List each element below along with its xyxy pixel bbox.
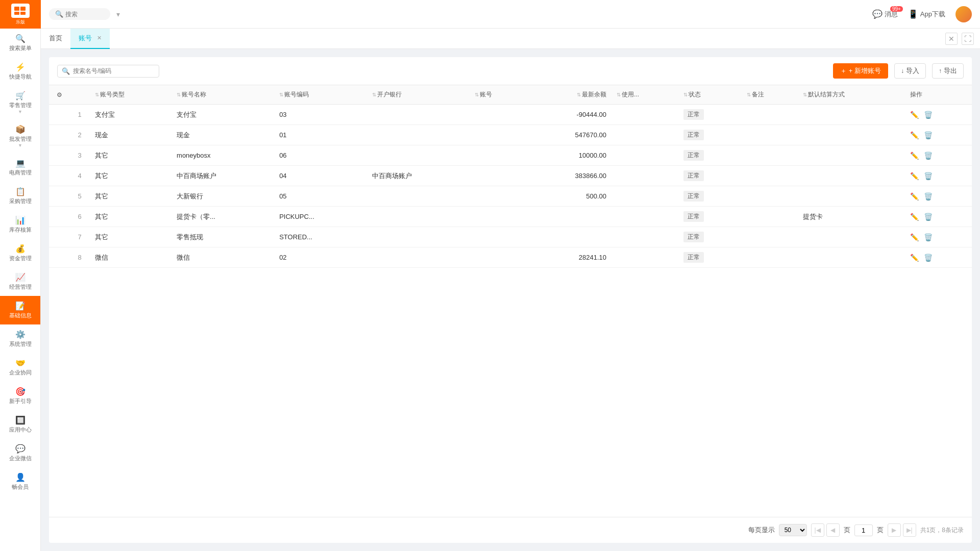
tab-close-button[interactable]: ✕ <box>945 33 958 45</box>
col-balance[interactable]: ⇅最新余额 <box>526 85 611 105</box>
tab-expand-button[interactable]: ⛶ <box>962 33 974 45</box>
header-search-wrap[interactable]: 🔍 <box>49 8 110 20</box>
table-row: 8 微信 微信 02 28241.10 正常 ✏️ 🗑️ <box>49 247 972 268</box>
sidebar-item-label: 库存核算 <box>9 226 32 234</box>
header-search-input[interactable] <box>65 11 106 18</box>
tab-actions: ✕ ⛶ <box>945 33 980 45</box>
delete-button[interactable]: 🗑️ <box>924 254 933 262</box>
col-settings[interactable]: ⚙ <box>49 85 69 105</box>
sidebar-item-wholesale[interactable]: 📦 批发管理 ▼ <box>0 119 40 153</box>
col-code[interactable]: ⇅账号编码 <box>274 85 367 105</box>
row-account <box>470 207 526 227</box>
row-code: STORED... <box>274 227 367 247</box>
app-label: App下载 <box>920 10 945 19</box>
sidebar-item-retail[interactable]: 🛒 零售管理 ▼ <box>0 86 40 119</box>
page-last-button[interactable]: ▶| <box>903 523 916 537</box>
message-icon: 💬 <box>872 9 883 19</box>
search-input[interactable] <box>73 67 155 74</box>
row-usage <box>611 166 678 186</box>
edit-button[interactable]: ✏️ <box>910 111 919 119</box>
tab-account-label: 账号 <box>79 34 92 43</box>
page-next-button[interactable]: ▶ <box>888 523 901 537</box>
sidebar-item-quick[interactable]: ⚡ 快捷导航 <box>0 57 40 86</box>
row-remark <box>742 247 798 268</box>
row-type: 支付宝 <box>90 105 172 125</box>
delete-button[interactable]: 🗑️ <box>924 233 933 241</box>
col-usage[interactable]: ⇅使用... <box>611 85 678 105</box>
sidebar-item-basic[interactable]: 📝 基础信息 <box>0 296 40 324</box>
col-name[interactable]: ⇅账号名称 <box>172 85 274 105</box>
edit-button[interactable]: ✏️ <box>910 254 919 262</box>
col-remark[interactable]: ⇅备注 <box>742 85 798 105</box>
message-button[interactable]: 💬 消息 99+ <box>872 9 898 19</box>
edit-button[interactable]: ✏️ <box>910 172 919 180</box>
page-first-button[interactable]: |◀ <box>811 523 824 537</box>
edit-button[interactable]: ✏️ <box>910 213 919 221</box>
col-actions: 操作 <box>905 85 972 105</box>
row-num: 3 <box>69 145 90 166</box>
delete-button[interactable]: 🗑️ <box>924 131 933 139</box>
sidebar-item-wechat[interactable]: 💬 企业微信 <box>0 439 40 467</box>
app-download-button[interactable]: 📱 App下载 <box>908 9 945 19</box>
sidebar-item-appstore[interactable]: 🔲 应用中心 <box>0 410 40 439</box>
per-page-select[interactable]: 50 100 200 <box>779 524 807 536</box>
sidebar-item-inventory[interactable]: 📊 库存核算 <box>0 210 40 239</box>
current-page-input[interactable] <box>854 524 873 536</box>
edit-button[interactable]: ✏️ <box>910 131 919 139</box>
col-status[interactable]: ⇅状态 <box>678 85 741 105</box>
sidebar-item-finance[interactable]: 💰 资金管理 <box>0 239 40 267</box>
sidebar-item-label: 企业协同 <box>9 369 32 377</box>
tab-close-icon[interactable]: ✕ <box>97 35 102 41</box>
tab-bar: 首页 账号 ✕ ✕ ⛶ <box>41 29 980 49</box>
sidebar-item-system[interactable]: ⚙️ 系统管理 <box>0 324 40 353</box>
user-avatar[interactable] <box>955 6 972 22</box>
row-name: 支付宝 <box>172 105 274 125</box>
row-name: 零售抵现 <box>172 227 274 247</box>
header-dropdown-icon[interactable]: ▾ <box>116 10 120 18</box>
delete-button[interactable]: 🗑️ <box>924 192 933 201</box>
tab-home-label: 首页 <box>49 34 62 43</box>
table-row: 1 支付宝 支付宝 03 -90444.00 正常 ✏️ 🗑️ <box>49 105 972 125</box>
import-button[interactable]: ↓ 导入 <box>894 63 926 79</box>
delete-button[interactable]: 🗑️ <box>924 213 933 221</box>
export-button[interactable]: ↑ 导出 <box>932 63 964 79</box>
delete-button[interactable]: 🗑️ <box>924 152 933 160</box>
col-bank[interactable]: ⇅开户银行 <box>367 85 470 105</box>
row-settings-cell <box>49 125 69 145</box>
row-settings-cell <box>49 207 69 227</box>
edit-button[interactable]: ✏️ <box>910 192 919 201</box>
row-name: 中百商场账户 <box>172 166 274 186</box>
delete-button[interactable]: 🗑️ <box>924 172 933 180</box>
row-bank <box>367 227 470 247</box>
search-wrap[interactable]: 🔍 <box>57 65 159 78</box>
row-account <box>470 186 526 207</box>
sidebar-item-label: 采购管理 <box>9 197 32 205</box>
edit-button[interactable]: ✏️ <box>910 233 919 241</box>
col-type[interactable]: ⇅账号类型 <box>90 85 172 105</box>
sidebar-item-label: 批发管理 <box>9 135 32 143</box>
page-prev-button[interactable]: ◀ <box>826 523 840 537</box>
sidebar-item-search[interactable]: 🔍 搜索菜单 <box>0 29 40 57</box>
row-balance: 10000.00 <box>526 145 611 166</box>
toolbar-right: ＋ + 新增账号 ↓ 导入 ↑ 导出 <box>833 63 964 79</box>
sidebar-item-enterprise[interactable]: 🤝 企业协同 <box>0 353 40 382</box>
row-account <box>470 125 526 145</box>
col-default-pay[interactable]: ⇅默认结算方式 <box>798 85 904 105</box>
sidebar-item-ecommerce[interactable]: 💻 电商管理 <box>0 153 40 182</box>
sidebar-item-operations[interactable]: 📈 经营管理 <box>0 267 40 296</box>
delete-button[interactable]: 🗑️ <box>924 111 933 119</box>
sidebar-item-guide[interactable]: 🎯 新手引导 <box>0 382 40 410</box>
sidebar-item-member[interactable]: 👤 畅会员 <box>0 467 40 496</box>
sidebar-item-label: 资金管理 <box>9 255 32 262</box>
edit-button[interactable]: ✏️ <box>910 152 919 160</box>
tab-home[interactable]: 首页 <box>41 29 70 49</box>
table-wrap: ⚙ ⇅账号类型 ⇅账号名称 ⇅账号编码 ⇅开户银行 ⇅账号 ⇅最新余额 ⇅使用.… <box>49 85 972 517</box>
sidebar-item-purchase[interactable]: 📋 采购管理 <box>0 182 40 210</box>
row-status: 正常 <box>678 145 741 166</box>
tab-account[interactable]: 账号 ✕ <box>70 29 110 49</box>
row-actions: ✏️ 🗑️ <box>905 207 972 227</box>
row-code: PICKUPC... <box>274 207 367 227</box>
add-account-button[interactable]: ＋ + 新增账号 <box>833 63 888 79</box>
col-account[interactable]: ⇅账号 <box>470 85 526 105</box>
add-button-label: + 新增账号 <box>849 66 881 76</box>
